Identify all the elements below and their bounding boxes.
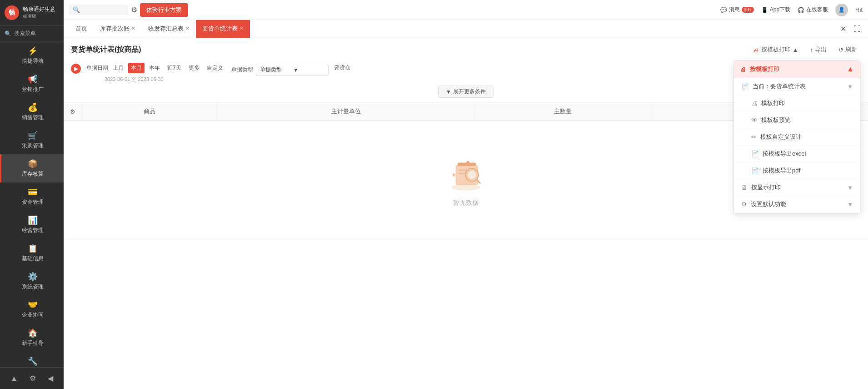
date-btn-prev-month[interactable]: 上月 [110, 63, 126, 73]
sidebar-item-guide[interactable]: 🏠 新手引导 [0, 323, 64, 352]
svg-point-4 [468, 171, 476, 179]
sidebar-item-basic[interactable]: 📋 基础信息 [0, 239, 64, 267]
type-dropdown-arrow: ▼ [293, 67, 324, 73]
sidebar-search[interactable]: 🔍 搜索菜单 [0, 26, 64, 41]
date-label: 单据日期 [86, 64, 108, 72]
col-product: 商品 [82, 103, 217, 121]
template-print-icon: 🖨 [751, 100, 758, 107]
template-custom-item[interactable]: ✏ 模板自定义设计 [734, 129, 860, 146]
topbar-right: 💬 消息 99+ 📱 App下载 🎧 在线客服 👤 Rit [720, 4, 863, 16]
page-container: 要货单统计表(按商品) 🖨 按模板打印 ▲ ↑ 导出 ↺ 刷新 [64, 38, 868, 389]
topbar-search-input[interactable] [82, 7, 118, 13]
tab-receipt-summary[interactable]: 收发存汇总表 ✕ [142, 20, 196, 38]
logo-icon: 畅 [5, 5, 19, 20]
message-button[interactable]: 💬 消息 99+ [720, 6, 754, 14]
refresh-button[interactable]: ↺ 刷新 [835, 44, 861, 56]
filter-toggle: ▶ [71, 64, 81, 74]
sidebar-item-cooperation[interactable]: 🤝 企业协同 [0, 295, 64, 323]
sidebar-item-sales[interactable]: 💰 销售管理 [0, 98, 64, 126]
operation-icon: 📊 [28, 215, 38, 225]
sidebar-item-marketing[interactable]: 📢 营销推广 [0, 70, 64, 98]
quick-nav-icon: ⚡ [28, 46, 38, 56]
default-function-label: ⚙ 设置默认功能 [741, 200, 786, 208]
topbar: 🔍 ⚙ 体验行业方案 💬 消息 99+ 📱 App下载 🎧 在线客服 👤 [64, 0, 868, 20]
date-btn-last-7days[interactable]: 近7天 [165, 63, 184, 73]
date-btn-more[interactable]: 更多 [186, 63, 202, 73]
date-filter: 单据日期 上月 本月 本年 近7天 更多 自定义 2023-06-01 至 20… [86, 63, 226, 83]
sidebar-scroll-up[interactable]: ▲ [9, 373, 20, 384]
settings-gear-btn[interactable]: ⚙ [28, 372, 38, 384]
col-settings[interactable]: ⚙ [64, 103, 82, 121]
online-service-button[interactable]: 🎧 在线客服 [798, 6, 828, 14]
template-preview-icon: 👁 [751, 116, 758, 124]
user-avatar[interactable]: 👤 [835, 4, 848, 16]
template-export-pdf-item[interactable]: 📄 按模板导出pdf [734, 162, 860, 179]
sidebar-collapse-btn[interactable]: ◀ [46, 372, 55, 384]
tabs-bar: 首页 库存批次账 ✕ 收发存汇总表 ✕ 要货单统计表 ✕ ✕ ⛶ [64, 20, 868, 38]
svg-point-8 [466, 161, 469, 164]
topbar-left: 🔍 ⚙ 体验行业方案 [69, 3, 717, 17]
filter-collapse-btn[interactable]: ▶ [71, 64, 81, 74]
page-header: 要货单统计表(按商品) 🖨 按模板打印 ▲ ↑ 导出 ↺ 刷新 [64, 38, 868, 59]
tab-maximize-button[interactable]: ⛶ [852, 23, 863, 35]
print-chevron-up-icon: ▲ [793, 46, 798, 53]
tab-close-all-button[interactable]: ✕ [838, 23, 848, 35]
print-dropdown-close-button[interactable]: ▲ [847, 65, 854, 73]
sidebar-item-quick-nav[interactable]: ⚡ 快捷导航 [0, 41, 64, 70]
content-area: 要货单统计表(按商品) 🖨 按模板打印 ▲ ↑ 导出 ↺ 刷新 [64, 38, 868, 389]
refresh-icon: ↺ [838, 46, 843, 53]
message-badge: 99+ [742, 7, 754, 13]
expand-icon: ▼ [446, 89, 451, 95]
date-range: 2023-06-01 至 2023-06-30 [86, 76, 164, 83]
export-icon: ↑ [810, 46, 813, 53]
display-print-icon: 🖥 [741, 184, 748, 191]
tab-order-stats[interactable]: 要货单统计表 ✕ [196, 20, 250, 38]
type-dropdown[interactable]: 单据类型 ▼ [256, 64, 329, 76]
print-current-item-label: 📄 当前：要货单统计表 [741, 82, 806, 91]
print-dropdown-printer-icon: 🖨 [740, 66, 746, 73]
tab-batch-account[interactable]: 库存批次账 ✕ [94, 20, 142, 38]
guide-icon: 🏠 [28, 328, 38, 338]
display-print-label: 🖥 按显示打印 [741, 183, 781, 192]
tab-close-receipt-summary[interactable]: ✕ [185, 25, 190, 31]
headset-icon: 🎧 [798, 7, 804, 13]
sidebar-item-purchase[interactable]: 🛒 采购管理 [0, 126, 64, 154]
app-download-button[interactable]: 📱 App下载 [761, 6, 790, 14]
expand-more-button[interactable]: ▼ 展开更多条件 [438, 86, 494, 98]
template-preview-item[interactable]: 👁 模板板预览 [734, 112, 860, 129]
date-filter-row: 单据日期 上月 本月 本年 近7天 更多 自定义 [86, 63, 226, 73]
tab-home[interactable]: 首页 [69, 20, 94, 38]
display-print-item[interactable]: 🖥 按显示打印 ▼ [734, 179, 860, 196]
main-area: 🔍 ⚙ 体验行业方案 💬 消息 99+ 📱 App下载 🎧 在线客服 👤 [64, 0, 868, 389]
sidebar-item-app-center[interactable]: 🔧 应用中心 [0, 352, 64, 367]
trial-button[interactable]: 体验行业方案 [140, 3, 188, 17]
topbar-gear-button[interactable]: ⚙ [131, 5, 137, 14]
default-function-item[interactable]: ⚙ 设置默认功能 ▼ [734, 196, 860, 213]
tab-close-batch-account[interactable]: ✕ [131, 25, 135, 31]
logo-text: 畅康通好生意 标准版 [23, 6, 55, 20]
message-icon: 💬 [720, 7, 727, 13]
template-print-item[interactable]: 🖨 模板打印 [734, 95, 860, 112]
tab-close-order-stats[interactable]: ✕ [239, 25, 244, 31]
date-btn-custom[interactable]: 自定义 [204, 63, 226, 73]
sidebar-item-operation[interactable]: 📊 经营管理 [0, 211, 64, 239]
print-current-item[interactable]: 📄 当前：要货单统计表 ▼ [734, 78, 860, 95]
print-dropdown-title: 🖨 按模板打印 [740, 65, 779, 73]
date-btn-current-year[interactable]: 本年 [146, 63, 163, 73]
marketing-icon: 📢 [28, 74, 38, 84]
finance-icon: 💳 [28, 187, 38, 197]
sidebar-item-finance[interactable]: 💳 资金管理 [0, 182, 64, 211]
search-box[interactable]: 🔍 [69, 5, 128, 15]
sales-icon: 💰 [28, 102, 38, 112]
export-button[interactable]: ↑ 导出 [807, 44, 831, 56]
sidebar-item-inventory[interactable]: 📦 库存核算 [0, 154, 64, 182]
user-name: Rit [855, 6, 863, 13]
inventory-icon: 📦 [28, 159, 38, 169]
print-template-button[interactable]: 🖨 按模板打印 ▲ [750, 44, 802, 56]
page-title: 要货单统计表(按商品) [71, 45, 141, 55]
template-export-excel-item[interactable]: 📄 按模板导出excel [734, 146, 860, 162]
sidebar-item-system[interactable]: ⚙️ 系统管理 [0, 267, 64, 295]
print-dropdown-header: 🖨 按模板打印 ▲ [734, 61, 860, 78]
phone-icon: 📱 [761, 7, 768, 13]
date-btn-current-month[interactable]: 本月 [128, 63, 145, 73]
